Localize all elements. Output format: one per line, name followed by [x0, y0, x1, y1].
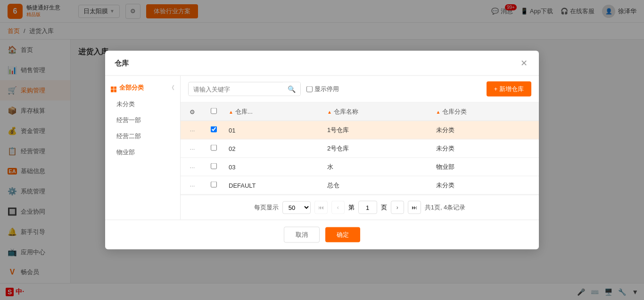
row-name: 水 — [322, 158, 430, 176]
table-row[interactable]: ··· 03 水 物业部 — [181, 158, 539, 176]
new-warehouse-button[interactable]: + 新增仓库 — [487, 82, 531, 97]
grid-icon — [111, 83, 116, 92]
row-checkbox-cell — [204, 121, 223, 139]
warehouse-table: ⚙ ▲ 仓库... — [181, 103, 539, 195]
table-row[interactable]: ··· 01 1号仓库 未分类 — [181, 121, 539, 139]
last-page-button[interactable]: ⏭ — [408, 201, 421, 214]
collapse-icon[interactable]: 《 — [169, 83, 174, 92]
table-head: ⚙ ▲ 仓库... — [181, 103, 539, 121]
row-code: 02 — [223, 139, 322, 158]
page-size-label: 每页显示 — [254, 203, 279, 212]
first-page-button[interactable]: ⏮ — [314, 201, 328, 214]
page-word-label: 页 — [381, 203, 387, 212]
sort-icon-name: ▲ — [327, 109, 332, 114]
category-all-label: 全部分类 — [119, 83, 144, 92]
show-disabled-text: 显示停用 — [314, 85, 339, 93]
page-di-label: 第 — [348, 203, 355, 212]
row-name: 总仓 — [322, 176, 430, 194]
page-number-input[interactable] — [358, 201, 377, 214]
modal-title: 仓库 — [115, 58, 129, 67]
th-setting: ⚙ — [181, 103, 204, 121]
table-row[interactable]: ··· DEFAULT 总仓 未分类 — [181, 176, 539, 194]
row-checkbox[interactable] — [211, 126, 217, 133]
search-input-wrap: 🔍 — [188, 82, 301, 96]
modal-close-button[interactable]: ✕ — [518, 58, 529, 69]
row-category: 未分类 — [430, 176, 539, 194]
page-size-select[interactable]: 50 10 20 100 — [282, 201, 311, 214]
content-panel: 🔍 显示停用 + 新增仓库 ⚙ — [181, 76, 539, 220]
row-dots: ··· — [181, 176, 204, 194]
th-check — [204, 103, 223, 121]
category-item-0[interactable]: 未分类 — [105, 96, 180, 112]
table-row[interactable]: ··· 02 2号仓库 未分类 — [181, 139, 539, 158]
th-code: ▲ 仓库... — [223, 103, 322, 121]
category-panel: 全部分类 《 未分类 经营一部 经营二部 物业部 — [105, 76, 181, 220]
row-checkbox-cell — [204, 158, 223, 176]
search-button[interactable]: 🔍 — [283, 83, 300, 96]
cancel-button[interactable]: 取消 — [284, 227, 320, 243]
row-dots: ··· — [181, 121, 204, 139]
category-item-2[interactable]: 经营二部 — [105, 128, 180, 144]
modal-body: 全部分类 《 未分类 经营一部 经营二部 物业部 🔍 显示停用 + 新 — [105, 76, 539, 220]
modal-footer: 取消 确定 — [105, 220, 539, 250]
th-category: ▲ 仓库分类 — [430, 103, 539, 121]
show-disabled-checkbox[interactable] — [306, 86, 313, 92]
row-category: 未分类 — [430, 139, 539, 158]
row-category: 物业部 — [430, 158, 539, 176]
row-category: 未分类 — [430, 121, 539, 139]
row-checkbox-cell — [204, 139, 223, 158]
modal-header: 仓库 ✕ — [105, 51, 539, 76]
row-checkbox[interactable] — [211, 145, 217, 151]
row-name: 2号仓库 — [322, 139, 430, 158]
sort-icon-cat: ▲ — [436, 109, 441, 114]
sort-icon: ▲ — [229, 109, 233, 114]
th-name: ▲ 仓库名称 — [322, 103, 430, 121]
row-checkbox[interactable] — [211, 163, 217, 169]
th-code-label: 仓库... — [235, 108, 253, 116]
th-name-label: 仓库名称 — [334, 108, 358, 116]
category-all-item[interactable]: 全部分类 — [111, 83, 144, 92]
show-disabled-label: 显示停用 — [306, 85, 339, 93]
th-category-label: 仓库分类 — [442, 108, 467, 116]
gear-icon[interactable]: ⚙ — [190, 108, 195, 115]
page-total: 共1页, 4条记录 — [425, 203, 466, 212]
row-checkbox-cell — [204, 176, 223, 194]
table-wrap: ⚙ ▲ 仓库... — [181, 103, 539, 195]
search-input[interactable] — [189, 83, 283, 95]
row-code: DEFAULT — [223, 176, 322, 194]
pagination: 每页显示 50 10 20 100 ⏮ ‹ 第 页 › ⏭ 共1页, 4条记录 — [181, 195, 539, 220]
row-dots: ··· — [181, 139, 204, 158]
category-item-1[interactable]: 经营一部 — [105, 112, 180, 128]
category-item-3[interactable]: 物业部 — [105, 144, 180, 160]
confirm-button[interactable]: 确定 — [325, 227, 360, 242]
prev-page-button[interactable]: ‹ — [331, 201, 345, 214]
row-code: 03 — [223, 158, 322, 176]
next-page-button[interactable]: › — [391, 201, 404, 214]
search-bar: 🔍 显示停用 + 新增仓库 — [181, 76, 539, 103]
row-name: 1号仓库 — [322, 121, 430, 139]
row-checkbox[interactable] — [211, 182, 217, 188]
warehouse-modal: 仓库 ✕ 全部分类 《 未分类 经营一部 经营二部 物业部 — [105, 51, 539, 250]
row-code: 01 — [223, 121, 322, 139]
category-header: 全部分类 《 — [105, 80, 180, 96]
table-body: ··· 01 1号仓库 未分类 ··· 02 2号仓库 未分类 ··· 03 水… — [181, 121, 539, 194]
select-all-checkbox[interactable] — [211, 108, 217, 114]
row-dots: ··· — [181, 158, 204, 176]
